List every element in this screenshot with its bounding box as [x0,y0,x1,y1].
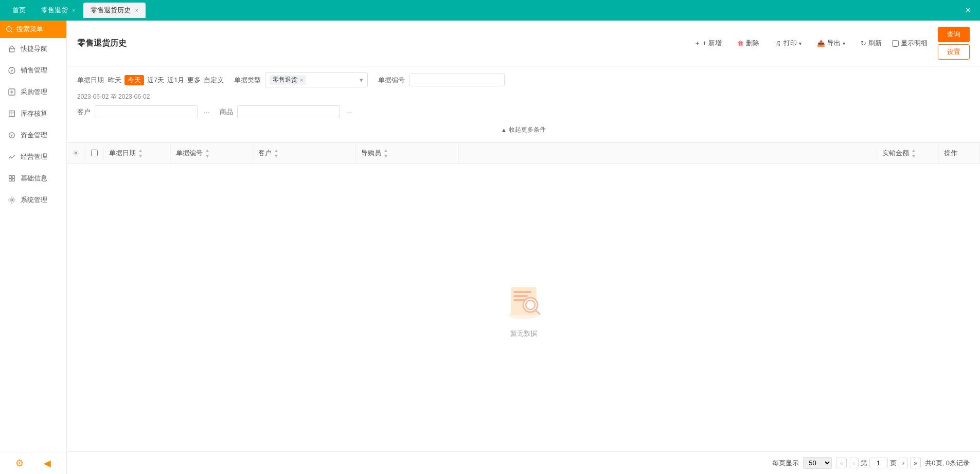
last-page-button[interactable]: » [910,458,921,468]
th-amount[interactable]: 实销金额 ▲▼ [877,143,939,163]
print-arrow-icon: ▾ [799,41,801,46]
doc-type-filter: 单据类型 零售退货 × ▾ [234,72,368,87]
refresh-button[interactable]: ↻ 刷新 [856,36,887,50]
date-opt-7days[interactable]: 近7天 [147,76,164,85]
sidebar-item-sales-mgmt[interactable]: 销售管理 [0,60,66,81]
setting-button[interactable]: 设置 [938,44,970,60]
query-button[interactable]: 查询 [938,27,970,42]
th-spacer [459,149,877,157]
sidebar-item-quick-nav[interactable]: 快捷导航 [0,38,66,60]
th-date-label: 单据日期 [109,149,136,158]
sidebar-item-system-mgmt-label: 系统管理 [21,195,47,205]
th-guide[interactable]: 导购员 ▲▼ [356,143,459,163]
sidebar: 搜索菜单 快捷导航 销售管理 采购管理 库存核算 [0,21,67,474]
doc-type-tag-close[interactable]: × [299,77,303,84]
svg-rect-16 [513,295,528,297]
operations-icon [7,152,16,161]
per-page-select[interactable]: 10 20 50 100 [803,457,832,469]
page-summary: 共0页, 0条记录 [925,459,970,468]
th-customer[interactable]: 客户 ▲▼ [253,143,356,163]
tab-retail-return-history-close[interactable]: × [135,7,138,13]
svg-point-0 [7,27,11,31]
date-opt-yesterday[interactable]: 昨天 [108,76,121,85]
th-guide-label: 导购员 [361,149,381,158]
page-number-input[interactable] [869,458,888,468]
tab-retail-return-history[interactable]: 零售退货历史 × [83,3,145,18]
filter-row-1: 单据日期 昨天 今天 近7天 近1月 更多 自定义 单据类型 [77,72,970,87]
sidebar-item-purchase-mgmt[interactable]: 采购管理 [0,81,66,103]
filter-area: 单据日期 昨天 今天 近7天 近1月 更多 自定义 单据类型 [67,66,980,143]
th-amount-sort-icon: ▲▼ [911,148,916,159]
doc-type-tag-label: 零售退货 [273,76,297,84]
system-icon [7,195,16,205]
date-opt-custom[interactable]: 自定义 [204,76,224,85]
date-options: 昨天 今天 近7天 近1月 更多 自定义 [108,75,224,85]
export-arrow-icon: ▾ [843,41,845,46]
select-all-checkbox[interactable] [91,150,98,156]
sidebar-item-operations-mgmt[interactable]: 经营管理 [0,146,66,168]
collapse-filter-bar[interactable]: ▲ 收起更多条件 [77,123,970,136]
th-doc-no[interactable]: 单据编号 ▲▼ [171,143,253,163]
export-button[interactable]: 📤 导出 ▾ [812,36,850,50]
sidebar-item-inventory-calc[interactable]: 库存核算 [0,103,66,124]
top-bar-right: × [961,5,975,16]
sidebar-search[interactable]: 搜索菜单 [0,21,66,38]
page-unit: 页 [890,459,897,468]
sidebar-item-system-mgmt[interactable]: 系统管理 [0,189,66,211]
th-doc-no-sort-icon: ▲▼ [205,148,210,159]
date-opt-more[interactable]: 更多 [187,76,201,85]
fund-icon: ¥ [7,131,16,140]
th-ops-label: 操作 [944,149,957,158]
sidebar-bottom: ⚙ ◀ [0,452,66,474]
sidebar-item-sales-mgmt-label: 销售管理 [21,66,47,75]
svg-line-1 [11,31,12,32]
customer-filter-label: 客户 [77,107,91,117]
svg-rect-15 [513,291,531,293]
sidebar-item-basic-info[interactable]: 基础信息 [0,168,66,189]
svg-rect-2 [9,49,14,52]
empty-state-icon [501,277,547,323]
customer-filter: 客户 ··· [77,105,209,118]
goods-input[interactable] [237,105,340,118]
pagination: 每页显示 10 20 50 100 « ‹ 第 页 › » 共0页, 0条记录 [67,451,980,474]
date-filter-label: 单据日期 [77,76,104,85]
collapse-sidebar-button[interactable]: ◀ [44,458,51,469]
window-close-button[interactable]: × [961,5,975,15]
first-page-button[interactable]: « [836,458,847,468]
purchase-icon [7,87,16,97]
sidebar-search-label: 搜索菜单 [16,25,43,34]
refresh-icon: ↻ [861,40,866,47]
display-detail-checkbox[interactable] [892,40,899,47]
settings-button[interactable]: ⚙ [15,458,24,469]
th-doc-no-label: 单据编号 [176,149,203,158]
home-icon [7,44,16,53]
new-button[interactable]: ＋ + 新增 [689,36,727,50]
page-title: 零售退货历史 [77,38,127,49]
doc-type-select[interactable]: 零售退货 × ▾ [265,72,368,87]
doc-no-input[interactable] [409,74,505,86]
th-gear[interactable] [67,145,85,161]
svg-text:¥: ¥ [11,134,13,137]
print-button[interactable]: 🖨 打印 ▾ [770,36,807,50]
th-check[interactable] [85,145,104,160]
next-page-button[interactable]: › [899,458,908,468]
delete-icon: 🗑 [737,40,744,47]
date-opt-today[interactable]: 今天 [124,75,144,85]
th-date[interactable]: 单据日期 ▲▼ [104,143,171,163]
svg-point-11 [11,199,13,201]
sidebar-item-basic-info-label: 基础信息 [21,174,47,183]
sidebar-item-fund-mgmt[interactable]: ¥ 资金管理 [0,124,66,146]
doc-type-tag: 零售退货 × [270,75,306,85]
date-opt-1month[interactable]: 近1月 [167,76,184,85]
sidebar-item-purchase-mgmt-label: 采购管理 [21,87,47,97]
search-icon [5,25,13,33]
tab-home[interactable]: 首页 [5,3,33,18]
delete-button[interactable]: 🗑 删除 [732,36,764,50]
customer-input[interactable] [95,105,198,118]
tab-retail-return-close[interactable]: × [72,7,75,13]
print-icon: 🖨 [775,40,781,47]
prev-page-button[interactable]: ‹ [849,458,858,468]
tab-retail-return[interactable]: 零售退货 × [34,3,82,18]
display-detail-checkbox-label[interactable]: 显示明细 [892,39,928,48]
export-icon: 📤 [817,40,825,47]
